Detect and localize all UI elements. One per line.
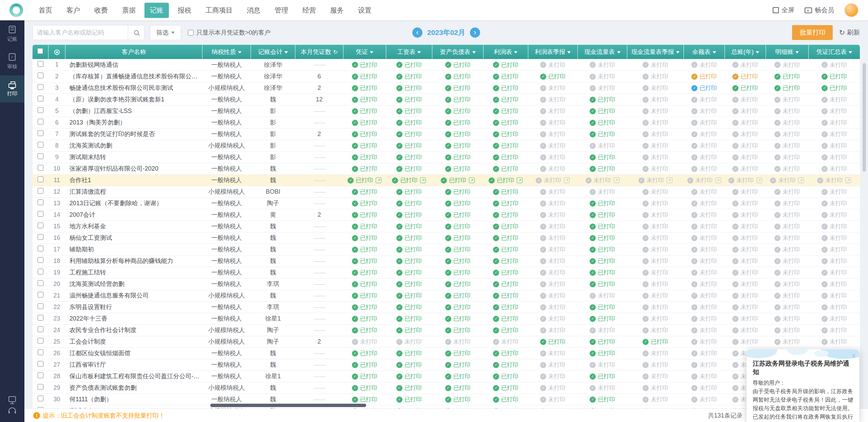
row-checkbox[interactable] bbox=[38, 165, 43, 171]
customer-name[interactable]: 测试账套的凭证打印的时候是否 bbox=[65, 128, 202, 140]
nav-item-home[interactable]: 首页 bbox=[33, 3, 58, 18]
open-report-icon[interactable]: ↗ bbox=[798, 177, 804, 183]
column-header-voucher[interactable]: 凭证 bbox=[343, 45, 386, 59]
nav-item-bills[interactable]: 票据 bbox=[117, 3, 141, 18]
customer-name[interactable]: 杨仙女工资测试 bbox=[65, 232, 202, 244]
row-checkbox[interactable] bbox=[38, 96, 43, 101]
workstation-icon[interactable] bbox=[8, 396, 16, 402]
print-status-badge[interactable]: ✓已打印↗ bbox=[348, 176, 381, 184]
row-checkbox[interactable] bbox=[38, 315, 43, 321]
row-checkbox[interactable] bbox=[38, 280, 43, 286]
filter-icon[interactable] bbox=[713, 51, 716, 54]
filter-icon[interactable] bbox=[472, 51, 476, 54]
customer-name[interactable]: 资产负债表测试账套勿删 bbox=[65, 382, 202, 394]
customer-name[interactable]: 江都区仙女镇恒烟面馆 bbox=[65, 347, 202, 359]
batch-print-button[interactable]: 批量打印 bbox=[792, 25, 833, 40]
fullscreen-button[interactable]: 全屏 bbox=[773, 6, 794, 15]
filter-icon[interactable] bbox=[284, 51, 288, 54]
customer-name[interactable]: （勿删）江西服宝-LSS bbox=[65, 105, 202, 117]
column-header-accountant[interactable]: 记账会计 bbox=[251, 45, 295, 59]
nav-item-bookkeeping[interactable]: 记账 bbox=[144, 3, 169, 18]
nav-item-charge[interactable]: 收费 bbox=[89, 3, 113, 18]
open-report-icon[interactable]: ↗ bbox=[376, 177, 381, 183]
row-checkbox[interactable] bbox=[38, 119, 43, 124]
customer-name[interactable]: 工程施工结转 bbox=[65, 267, 202, 278]
nav-item-services[interactable]: 服务 bbox=[325, 3, 349, 18]
sidebar-item-bookkeeping[interactable]: 记账 bbox=[0, 20, 24, 48]
sidebar-item-audit[interactable]: 审核 bbox=[0, 48, 24, 75]
column-header-cashflow-quarter[interactable]: 现金流量表季报 bbox=[627, 45, 684, 59]
row-checkbox[interactable] bbox=[38, 107, 43, 113]
customer-name[interactable]: 2013（陶美芳勿删） bbox=[65, 117, 202, 128]
column-header-salary-sheet[interactable]: 工资表 bbox=[386, 45, 432, 59]
column-header-voucher-summary[interactable]: 凭证汇总表 bbox=[808, 45, 860, 59]
nav-item-settings[interactable]: 设置 bbox=[353, 3, 377, 18]
nav-item-operations[interactable]: 经营 bbox=[297, 3, 321, 18]
customer-name[interactable]: 利用辅助核算分析每种商品的赚钱能力 bbox=[65, 255, 202, 267]
row-checkbox[interactable] bbox=[38, 257, 43, 263]
filter-icon[interactable] bbox=[795, 51, 799, 54]
print-status-badge[interactable]: ✓未打印↗ bbox=[770, 176, 804, 184]
customer-name[interactable]: 2022年十三香 bbox=[65, 313, 202, 324]
sidebar-item-print[interactable]: 打印 bbox=[0, 75, 24, 102]
open-report-icon[interactable]: ↗ bbox=[845, 177, 851, 183]
column-header-balance[interactable]: 余额表 bbox=[684, 45, 725, 59]
row-checkbox[interactable] bbox=[38, 269, 43, 274]
refresh-count-icon[interactable]: ↻ bbox=[333, 49, 338, 55]
refresh-button[interactable]: ↻ 刷新 bbox=[839, 28, 860, 37]
customer-name[interactable]: （原）误删勿改李艳芬测试账套新1 bbox=[65, 94, 202, 105]
open-report-icon[interactable]: ↗ bbox=[420, 177, 426, 183]
customer-name[interactable]: 2007会计 bbox=[65, 209, 202, 220]
customer-name[interactable]: 农民专业合作社会计制度 bbox=[65, 324, 202, 336]
row-checkbox[interactable] bbox=[38, 199, 43, 205]
customer-name[interactable]: 保山市板利建筑工程有限责任公司盈江分公司-2020(20220614... bbox=[65, 370, 202, 382]
column-header-general-ledger[interactable]: 总账(年) bbox=[725, 45, 766, 59]
row-checkbox[interactable] bbox=[38, 84, 43, 90]
customer-name[interactable]: 何1111（勿删） bbox=[65, 394, 202, 405]
row-checkbox[interactable] bbox=[38, 142, 43, 148]
row-checkbox[interactable] bbox=[38, 211, 43, 217]
customer-name[interactable]: （库存核算）直播畅捷通信息技术股份有限公司chanjet（原... bbox=[65, 71, 202, 82]
next-month-button[interactable]: › bbox=[470, 27, 480, 38]
customer-name[interactable]: 勿删新锐网络通信 bbox=[65, 59, 202, 71]
nav-item-business-projects[interactable]: 工商项目 bbox=[200, 3, 238, 18]
customer-name[interactable]: 江西省审计厅 bbox=[65, 359, 202, 370]
row-checkbox[interactable] bbox=[38, 130, 43, 136]
print-status-badge[interactable]: ✓未打印↗ bbox=[638, 176, 672, 184]
row-checkbox[interactable] bbox=[38, 246, 43, 251]
row-checkbox[interactable] bbox=[38, 349, 43, 355]
customer-name[interactable]: 地方水利基金 bbox=[65, 220, 202, 232]
row-checkbox[interactable] bbox=[38, 223, 43, 228]
customer-name[interactable]: 汇算清缴流程 bbox=[65, 186, 202, 197]
print-status-badge[interactable]: ✓已打印↗ bbox=[392, 176, 426, 184]
customer-name[interactable]: 测试期末结转 bbox=[65, 151, 202, 163]
filter-icon[interactable] bbox=[617, 51, 620, 54]
row-checkbox[interactable] bbox=[38, 372, 43, 378]
print-status-badge[interactable]: ✓已打印↗ bbox=[441, 176, 475, 184]
print-status-badge[interactable]: ✓未打印↗ bbox=[817, 176, 851, 184]
row-checkbox[interactable] bbox=[38, 153, 43, 159]
print-status-badge[interactable]: ✓未打印↗ bbox=[536, 176, 570, 184]
filter-icon[interactable] bbox=[370, 51, 373, 54]
horizontal-scrollbar[interactable] bbox=[210, 404, 366, 407]
filter-icon[interactable] bbox=[849, 51, 852, 54]
member-button[interactable]: ▸ 畅会员 bbox=[805, 6, 834, 15]
customer-name[interactable]: 温州畅捷通信息服务有限公司 bbox=[65, 290, 202, 301]
customer-name[interactable]: 合作社1 bbox=[65, 174, 202, 186]
open-report-icon[interactable]: ↗ bbox=[667, 177, 672, 183]
only-with-vouchers-checkbox[interactable] bbox=[188, 30, 194, 36]
row-checkbox[interactable] bbox=[38, 396, 43, 401]
open-report-icon[interactable]: ↗ bbox=[517, 177, 522, 183]
vertical-scrollbar[interactable] bbox=[863, 63, 866, 172]
gear-icon[interactable] bbox=[54, 50, 60, 55]
customer-name[interactable]: 2013日记账（不要删除哈，谢谢） bbox=[65, 197, 202, 209]
column-header-voucher-count[interactable]: 本月凭证数↻ bbox=[295, 45, 343, 59]
print-status-badge[interactable]: ✓未打印↗ bbox=[728, 176, 762, 184]
row-checkbox[interactable] bbox=[38, 73, 43, 78]
row-checkbox[interactable] bbox=[38, 188, 43, 194]
customer-name[interactable]: 辅助期初 bbox=[65, 244, 202, 255]
popup-close-icon[interactable]: × bbox=[851, 351, 856, 360]
print-status-badge[interactable]: ✓未打印↗ bbox=[687, 176, 721, 184]
filter-icon[interactable] bbox=[514, 51, 517, 54]
row-checkbox[interactable] bbox=[38, 176, 43, 182]
